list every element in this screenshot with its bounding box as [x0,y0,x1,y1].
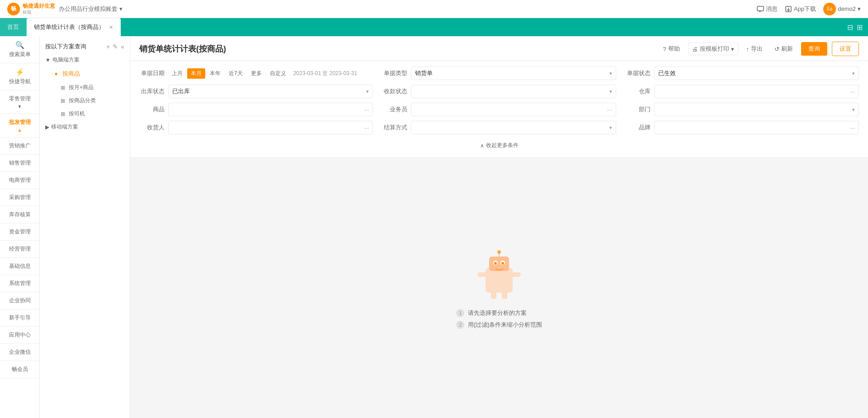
print-btn[interactable]: 🖨 按模板打印 ▾ [688,43,738,55]
svg-rect-2 [486,268,513,293]
date-tab-thismonth[interactable]: 本月 [187,68,205,79]
app-download-btn[interactable]: App下载 [785,5,816,13]
edit-scheme-icon[interactable]: ✎ [113,43,118,50]
settlement-label: 结算方式 [382,124,407,132]
sidebar-item-member[interactable]: 畅会员 [0,361,39,378]
sidebar-item-ecommerce[interactable]: 电商管理 [0,172,39,189]
svg-rect-3 [489,256,509,271]
left-panel-title: 按以下方案查询 [45,43,86,51]
filter-settlement: 结算方式 ▾ [382,121,616,134]
collapse-panel-icon[interactable]: « [121,43,124,50]
out-status-label: 出库状态 [139,87,165,95]
query-button[interactable]: 查询 [801,42,827,56]
more-icon: ··· [364,124,369,131]
logo-area: 畅 畅捷通好生意 标版 [7,3,55,15]
svg-rect-9 [512,272,521,277]
svg-rect-11 [502,292,507,299]
filter-row-2: 出库状态 已出库 ▾ 收款状态 ▾ [139,85,859,98]
scheme-by-cashier[interactable]: ▦ 按司机 [40,107,130,120]
date-tab-last7days[interactable]: 近7天 [225,68,246,79]
user-menu[interactable]: Ea demo2 ▾ [823,3,861,15]
more-icon: ··· [607,106,612,113]
date-tab-more[interactable]: 更多 [247,68,265,79]
date-tab-thisyear[interactable]: 本年 [206,68,224,79]
sidebar-item-search[interactable]: 🔍 搜索菜单 [0,36,39,63]
sidebar-item-basic[interactable]: 基础信息 [0,258,39,275]
filter-product: 商品 ··· [139,103,373,116]
filter-area: 单据日期 上月 本月 本年 近7天 更多 自定义 2023-03-01 至 20… [130,61,868,158]
pc-scheme-header[interactable]: ▼ 电脑端方案 [40,53,130,66]
sidebar-item-newbie[interactable]: 新手引导 [0,309,39,327]
doc-status-label: 单据状态 [625,69,651,77]
department-control[interactable]: ▾ [654,103,859,116]
scheme-by-category[interactable]: ▦ 按商品分类 [40,94,130,107]
more-icon: ··· [364,106,369,113]
chevron-down-icon: ▾ [852,107,855,113]
doc-type-control[interactable]: 销货单 ▾ [411,66,616,80]
chevron-down-icon: ▾ [119,5,123,12]
app-subtitle: 标版 [23,10,55,15]
date-tab-lastmonth[interactable]: 上月 [168,68,186,79]
tab-report[interactable]: 销货单统计计表（按商品） ✕ [27,18,121,36]
filter-receiver: 收货人 ··· [139,121,373,134]
doc-status-control[interactable]: 已生效 ▾ [654,66,859,80]
payment-status-label: 收款状态 [382,87,407,95]
tab-close-icon[interactable]: ✕ [109,24,113,30]
sidebar: 🔍 搜索菜单 ⚡ 快捷导航 零售管理 ▼ 批发管理 ▲ 营销推广 销售管理 电商… [0,36,40,418]
add-scheme-btn[interactable]: + [106,43,110,50]
sidebar-item-retail[interactable]: 零售管理 ▼ [0,90,39,114]
sidebar-item-enterprise[interactable]: 企业协同 [0,292,39,309]
sidebar-item-purchase[interactable]: 采购管理 [0,189,39,206]
chevron-down-icon: ▾ [858,5,861,12]
svg-rect-8 [477,272,486,277]
tab-minimize-icon[interactable]: ⊟ [847,23,853,32]
sidebar-item-finance[interactable]: 资金管理 [0,223,39,241]
settlement-control[interactable]: ▾ [411,121,616,134]
help-btn[interactable]: ? 帮助 [659,43,683,55]
tab-home[interactable]: 首页 [0,18,27,36]
scheme-by-product[interactable]: ● 按商品 [40,66,130,81]
warehouse-control[interactable]: ··· [654,85,859,98]
refresh-btn[interactable]: ↺ 刷新 [771,43,797,55]
filter-row-3: 商品 ··· 业务员 ··· [139,103,859,116]
download-icon [785,5,792,13]
salesperson-control[interactable]: ··· [411,103,616,116]
sidebar-item-inventory[interactable]: 库存核算 [0,206,39,223]
out-status-control[interactable]: 已出库 ▾ [168,85,373,98]
page-title: 销货单统计计表(按商品) [139,43,226,54]
sidebar-item-wholesale[interactable]: 批发管理 ▲ [0,114,39,138]
sidebar-item-marketing[interactable]: 营销推广 [0,138,39,155]
message-icon [757,5,764,13]
sidebar-item-system[interactable]: 系统管理 [0,275,39,292]
empty-tip-2: 2 用[过滤]条件来缩小分析范围 [456,321,542,329]
collapse-filter-btn[interactable]: ∧ 收起更多条件 [139,139,859,152]
chevron-down-icon: ▾ [609,89,612,95]
date-tab-custom[interactable]: 自定义 [266,68,290,79]
sidebar-item-quick-nav[interactable]: ⚡ 快捷导航 [0,63,39,90]
department-label: 部门 [625,105,651,114]
tab-expand-icon[interactable]: ⊞ [857,23,863,32]
settings-button[interactable]: 设置 [832,42,859,56]
product-control[interactable]: ··· [168,103,373,116]
filter-date: 单据日期 上月 本月 本年 近7天 更多 自定义 2023-03-01 至 20… [139,68,373,79]
message-btn[interactable]: 消息 [757,5,778,13]
tab-bar: 首页 销货单统计计表（按商品） ✕ ⊟ ⊞ [0,18,868,36]
sidebar-item-wechat[interactable]: 企业微信 [0,344,39,361]
left-panel-header: 按以下方案查询 + ✎ « [40,40,130,53]
sidebar-item-sales[interactable]: 销售管理 [0,155,39,172]
receiver-control[interactable]: ··· [168,121,373,134]
export-icon: ↑ [746,46,750,52]
scheme-by-month-product[interactable]: ▦ 按月+商品 [40,81,130,94]
chevron-down-icon: ▾ [731,46,734,52]
sidebar-item-operation[interactable]: 经营管理 [0,241,39,258]
app-selector[interactable]: 办公用品行业模拟账套 ▾ [59,5,123,13]
app-name: 畅捷通好生意 [23,3,55,9]
search-icon: 🔍 [15,41,24,49]
mobile-scheme-group: ▶ 移动端方案 [40,120,130,133]
sidebar-item-appcenter[interactable]: 应用中心 [0,327,39,344]
payment-status-control[interactable]: ▾ [411,85,616,98]
brand-control[interactable]: ··· [654,121,859,134]
svg-rect-0 [757,6,764,11]
export-btn[interactable]: ↑ 导出 [743,43,767,55]
mobile-scheme-header[interactable]: ▶ 移动端方案 [40,120,130,133]
